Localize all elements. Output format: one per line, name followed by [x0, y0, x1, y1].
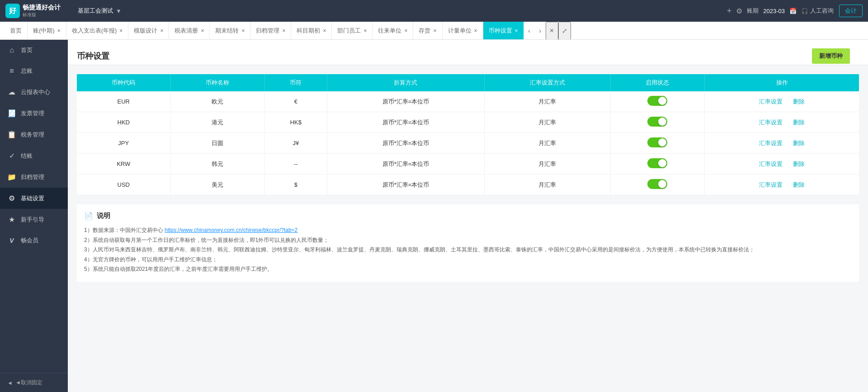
rate-settings-link-USD[interactable]: 汇率设置	[759, 181, 783, 188]
sidebar-item-label: 税务管理	[21, 131, 44, 139]
sidebar-item-home[interactable]: ⌂ 首页	[0, 40, 68, 61]
rate-settings-link-EUR[interactable]: 汇率设置	[759, 98, 783, 105]
tab-period-close[interactable]: 期末结转 ×	[210, 22, 250, 40]
delete-link-KRW[interactable]: 删除	[793, 161, 805, 167]
tab-income-report[interactable]: 收入支出表(年报) ×	[66, 22, 129, 40]
toggle-switch-EUR[interactable]	[647, 96, 667, 106]
tab-label: 部门员工	[337, 27, 361, 35]
tab-measure-unit[interactable]: 计量单位 ×	[443, 22, 483, 40]
tab-label: 计量单位	[448, 27, 472, 35]
rate-settings-link-JPY[interactable]: 汇率设置	[759, 140, 783, 146]
tab-close-icon[interactable]: ×	[363, 28, 367, 34]
tab-next-button[interactable]: ›	[535, 22, 546, 40]
delete-link-HKD[interactable]: 删除	[793, 119, 805, 126]
top-header: 好 畅捷通好会计 标准版 基层工会测试 ▼ + ⚙ 账期 2023-03 📅 🎧…	[0, 0, 868, 22]
sidebar-item-ledger[interactable]: ≡ 总账	[0, 61, 68, 81]
content-area: 币种设置 新增币种 币种代码 币种名称 币符 折算方式 汇率设置方式 启用状态 …	[68, 40, 868, 392]
logo-area: 好 畅捷通好会计 标准版	[5, 4, 73, 18]
tab-close-icon[interactable]: ×	[201, 28, 204, 34]
table-row: EUR 欧元 € 原币*汇率=本位币 月汇率 汇率设置 删除	[77, 91, 859, 112]
user-service-link[interactable]: 🎧 人工咨询	[801, 7, 834, 15]
table-body: EUR 欧元 € 原币*汇率=本位币 月汇率 汇率设置 删除 HKD 港元 HK…	[77, 91, 859, 195]
cell-status[interactable]	[610, 175, 704, 195]
headset-icon: 🎧	[801, 8, 808, 14]
pin-icon: ◄	[7, 380, 13, 386]
toggle-switch-KRW[interactable]	[647, 158, 667, 168]
notes-title: 📄 说明	[84, 212, 852, 220]
toggle-switch-JPY[interactable]	[647, 137, 667, 147]
tab-inventory[interactable]: 存货 ×	[413, 22, 442, 40]
tab-close-icon[interactable]: ×	[323, 28, 326, 34]
tab-close-icon[interactable]: ×	[119, 28, 123, 34]
delete-link-USD[interactable]: 删除	[793, 181, 805, 188]
sidebar-item-settings[interactable]: ⚙ 基础设置	[0, 188, 68, 209]
delete-link-JPY[interactable]: 删除	[793, 140, 805, 146]
tab-partner[interactable]: 往来单位 ×	[373, 22, 413, 40]
table-row: JPY 日圆 J¥ 原币*汇率=本位币 月汇率 汇率设置 删除	[77, 133, 859, 154]
add-workspace-icon[interactable]: +	[727, 6, 732, 16]
tab-archive[interactable]: 归档管理 ×	[250, 22, 291, 40]
cell-name: 欧元	[170, 91, 264, 112]
tab-close-icon[interactable]: ×	[404, 28, 407, 34]
rate-settings-link-HKD[interactable]: 汇率设置	[759, 119, 783, 126]
tab-close-icon[interactable]: ×	[474, 28, 477, 34]
tab-close-active-icon[interactable]: ×	[515, 28, 518, 34]
cell-symbol: --	[264, 154, 327, 175]
cell-status[interactable]	[610, 133, 704, 154]
tab-close-icon[interactable]: ×	[57, 28, 61, 34]
tab-zhangqizhong[interactable]: 账(中期) ×	[28, 22, 66, 40]
toggle-switch-USD[interactable]	[647, 179, 667, 189]
tab-close-icon[interactable]: ×	[282, 28, 285, 34]
table-row: USD 美元 $ 原币*汇率=本位币 月汇率 汇率设置 删除	[77, 175, 859, 195]
tab-expand-button[interactable]: ⤢	[558, 22, 571, 40]
col-symbol: 币符	[264, 74, 327, 91]
tab-subject-init[interactable]: 科目期初 ×	[291, 22, 332, 40]
tab-label: 币种设置	[489, 27, 512, 35]
cell-name: 港元	[170, 112, 264, 133]
tab-close-icon[interactable]: ×	[241, 28, 245, 34]
sidebar-item-guide[interactable]: ★ 新手引导	[0, 209, 68, 230]
delete-link-EUR[interactable]: 删除	[793, 98, 805, 105]
workspace-selector[interactable]: 基层工会测试 ▼	[78, 7, 722, 15]
pin-label: ◄取消固定	[15, 379, 42, 387]
archive-icon: 📁	[7, 173, 16, 181]
workspace-settings-icon[interactable]: ⚙	[736, 7, 742, 15]
cell-status[interactable]	[610, 112, 704, 133]
sidebar-item-reports[interactable]: ☁ 云报表中心	[0, 81, 68, 103]
tab-home[interactable]: 首页	[5, 22, 28, 40]
sidebar-item-checkout[interactable]: ✓ 结账	[0, 145, 68, 166]
tab-label: 期末结转	[215, 27, 239, 35]
sidebar-item-label: 总账	[21, 67, 33, 75]
account-button[interactable]: 会计	[839, 5, 863, 17]
tab-close-all-button[interactable]: ×	[546, 22, 558, 40]
note-item: 2）系统自动获取每月第一个工作日的汇率标价，统一为直接标价法，即1外币可以兑换的…	[84, 236, 852, 246]
tax-icon: 📋	[7, 130, 16, 139]
sidebar-pin-toggle[interactable]: ◄ ◄取消固定	[0, 373, 68, 392]
tab-tax-table[interactable]: 税表清册 ×	[169, 22, 210, 40]
sidebar-item-member[interactable]: V 畅会员	[0, 230, 68, 251]
tab-close-icon[interactable]: ×	[433, 28, 436, 34]
calendar-icon[interactable]: 📅	[789, 8, 797, 14]
tab-template-design[interactable]: 模版设计 ×	[128, 22, 169, 40]
new-currency-button[interactable]: 新增币种	[812, 48, 850, 64]
tab-currency-settings[interactable]: 币种设置 ×	[483, 22, 524, 40]
col-action: 操作	[705, 74, 859, 91]
tab-prev-button[interactable]: ‹	[524, 22, 535, 40]
sidebar-item-archive[interactable]: 📁 归档管理	[0, 166, 68, 188]
tab-dept-staff[interactable]: 部门员工 ×	[332, 22, 373, 40]
cell-status[interactable]	[610, 154, 704, 175]
notes-external-link[interactable]: https://www.chinamoney.com.cn/chinese/bk…	[165, 227, 297, 233]
tab-label: 科目期初	[297, 27, 320, 35]
cell-rate-type: 月汇率	[485, 133, 611, 154]
tab-close-icon[interactable]: ×	[160, 28, 163, 34]
sidebar-item-tax[interactable]: 📋 税务管理	[0, 124, 68, 145]
sidebar-item-invoice[interactable]: 🧾 发票管理	[0, 103, 68, 124]
tab-label: 往来单位	[378, 27, 401, 35]
toggle-switch-HKD[interactable]	[647, 117, 667, 127]
sidebar-item-label: 结账	[21, 152, 33, 160]
rate-settings-link-KRW[interactable]: 汇率设置	[759, 161, 783, 167]
cell-actions: 汇率设置 删除	[705, 91, 859, 112]
cell-status[interactable]	[610, 91, 704, 112]
guide-icon: ★	[7, 215, 16, 224]
col-name: 币种名称	[170, 74, 264, 91]
